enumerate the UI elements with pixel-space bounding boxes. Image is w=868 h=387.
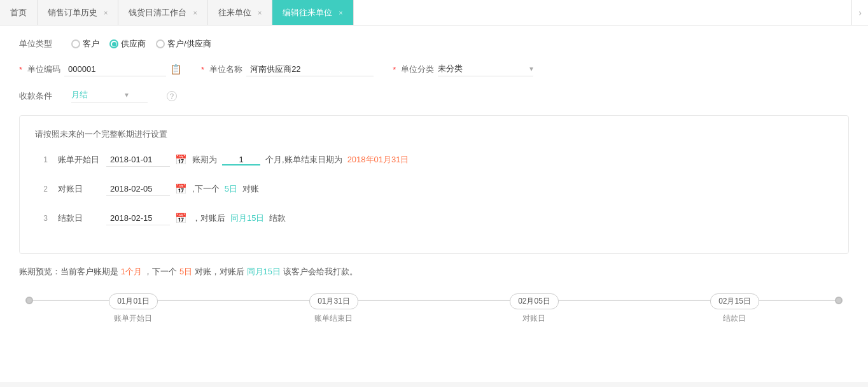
timeline-label-1: 账单开始日 xyxy=(114,313,152,324)
unit-code-icon[interactable]: 📋 xyxy=(170,64,182,75)
period-value-input[interactable] xyxy=(222,155,260,165)
timeline-pill-2: 01月31日 xyxy=(309,293,358,309)
tab-sales-history-close[interactable]: × xyxy=(104,9,108,17)
radio-customer[interactable]: 客户 xyxy=(71,38,99,50)
payment-row: 3 结款日 📅 ，对账后 同月15日 结款 xyxy=(35,211,833,225)
tab-edit-partner-label: 编辑往来单位 xyxy=(283,7,332,18)
unit-code-label: 单位编码 xyxy=(27,64,60,75)
radio-supplier[interactable]: 供应商 xyxy=(109,38,146,50)
timeline-label-2: 账单结束日 xyxy=(314,313,353,324)
unit-name-required: * xyxy=(201,65,204,74)
tab-partner-close[interactable]: × xyxy=(258,9,262,17)
payment-terms-chevron-icon[interactable]: ▾ xyxy=(125,90,129,99)
reconcile-date-input[interactable] xyxy=(106,182,170,196)
main-content: 单位类型 客户 供应商 客户/供应商 * 单位编码 📋 * 单位名称 xyxy=(0,25,868,382)
preview-section: 账期预览：当前客户账期是 1个月 ，下一个 5日 对账，对账后 同月15日 该客… xyxy=(19,264,849,279)
reconcile-row: 2 对账日 📅 ,下一个 5日 对账 xyxy=(35,182,833,196)
unit-type-radio-group: 客户 供应商 客户/供应商 xyxy=(71,38,211,50)
preview-highlight3: 同月15日 xyxy=(247,267,281,276)
payment-terms-value: 月结 xyxy=(71,89,122,101)
preview-highlight1: 1个月 xyxy=(121,267,142,276)
unit-code-input[interactable] xyxy=(64,62,166,76)
unit-category-label: 单位分类 xyxy=(401,64,434,75)
tab-home-label: 首页 xyxy=(10,7,27,18)
setting-box: 请按照未来的一个完整帐期进行设置 1 账单开始日 📅 账期为 个月,账单结束日期… xyxy=(19,115,849,254)
unit-name-input[interactable] xyxy=(246,62,374,76)
timeline-node-3: 02月05日 对账日 xyxy=(510,293,559,324)
payment-prefix: ，对账后 xyxy=(192,213,225,224)
tab-cash-work-close[interactable]: × xyxy=(193,9,197,17)
payment-terms-row: 收款条件 月结 ▾ ? xyxy=(19,89,849,102)
row1-num: 1 xyxy=(35,155,48,164)
period-prefix: 账期为 xyxy=(192,154,217,165)
payment-calendar-icon[interactable]: 📅 xyxy=(175,213,187,224)
unit-category-value: 未分类 xyxy=(438,63,463,74)
radio-customer-circle xyxy=(71,39,80,48)
payment-terms-label: 收款条件 xyxy=(19,90,52,102)
tab-cash-work[interactable]: 钱货日清工作台 × xyxy=(118,0,207,25)
radio-both-label: 客户/供应商 xyxy=(167,38,211,50)
tab-edit-partner-close[interactable]: × xyxy=(339,9,342,17)
timeline-node-end xyxy=(835,297,843,304)
tab-sales-history[interactable]: 销售订单历史 × xyxy=(38,0,118,25)
radio-both[interactable]: 客户/供应商 xyxy=(156,38,211,50)
period-end-date: 2018年01月31日 xyxy=(347,154,409,165)
reconcile-calendar-icon[interactable]: 📅 xyxy=(175,183,187,195)
unit-category-required: * xyxy=(393,65,396,74)
tab-edit-partner[interactable]: 编辑往来单位 × xyxy=(272,0,353,25)
period-unit: 个月,账单结束日期为 xyxy=(265,154,342,165)
timeline-pill-3: 02月05日 xyxy=(510,293,559,309)
tab-home[interactable]: 首页 xyxy=(0,0,38,25)
unit-category-group: * 单位分类 未分类 ▾ xyxy=(393,63,533,76)
timeline-node-4: 02月15日 结款日 xyxy=(710,293,759,324)
account-start-input[interactable] xyxy=(106,153,170,167)
timeline-container: 01月01日 账单开始日 01月31日 账单结束日 02月05日 对账日 xyxy=(25,292,843,324)
tab-partner[interactable]: 往来单位 × xyxy=(208,0,272,25)
timeline-label-4: 结款日 xyxy=(723,313,746,324)
row2-label: 对账日 xyxy=(58,183,96,195)
unit-code-required: * xyxy=(19,65,22,74)
unit-name-label: 单位名称 xyxy=(209,64,242,75)
row3-num: 3 xyxy=(35,214,48,223)
timeline-segment-1: 01月01日 账单开始日 xyxy=(33,292,234,324)
reconcile-prefix: ,下一个 xyxy=(192,183,220,195)
account-start-row: 1 账单开始日 📅 账期为 个月,账单结束日期为 2018年01月31日 xyxy=(35,153,833,167)
preview-suffix: 该客户会给我打款。 xyxy=(283,267,358,276)
reconcile-day: 5日 xyxy=(225,183,237,195)
account-start-calendar-icon[interactable]: 📅 xyxy=(175,154,187,165)
payment-date-input[interactable] xyxy=(106,211,170,225)
row1-content: 📅 账期为 个月,账单结束日期为 2018年01月31日 xyxy=(106,153,833,167)
payment-terms-select[interactable]: 月结 ▾ xyxy=(71,89,148,102)
preview-mid2: 对账，对账后 xyxy=(195,267,244,276)
radio-supplier-label: 供应商 xyxy=(121,38,146,50)
timeline-label-3: 对账日 xyxy=(522,313,545,324)
payment-terms-help-icon[interactable]: ? xyxy=(167,91,177,101)
unit-category-select[interactable]: 未分类 ▾ xyxy=(438,63,533,76)
timeline-dot-end xyxy=(835,297,843,304)
timeline-dot-0 xyxy=(25,297,33,304)
tab-partner-label: 往来单位 xyxy=(218,7,251,18)
tab-bar: 首页 销售订单历史 × 钱货日清工作台 × 往来单位 × 编辑往来单位 × › xyxy=(0,0,868,25)
unit-type-row: 单位类型 客户 供应商 客户/供应商 xyxy=(19,38,849,50)
row2-num: 2 xyxy=(35,185,48,194)
timeline-segment-4: 02月15日 结款日 xyxy=(634,292,835,324)
timeline-pill-4: 02月15日 xyxy=(710,293,759,309)
tab-overflow-button[interactable]: › xyxy=(851,0,868,25)
row1-label: 账单开始日 xyxy=(58,154,96,165)
timeline-node-1: 01月01日 账单开始日 xyxy=(109,293,158,324)
timeline-segment-2: 01月31日 账单结束日 xyxy=(234,292,434,324)
timeline-pill-1: 01月01日 xyxy=(109,293,158,309)
radio-customer-label: 客户 xyxy=(83,38,99,50)
radio-supplier-circle xyxy=(109,39,118,48)
unit-type-label: 单位类型 xyxy=(19,38,52,50)
unit-code-group: * 单位编码 📋 xyxy=(19,62,182,76)
preview-highlight2: 5日 xyxy=(179,267,192,276)
timeline-node-2: 01月31日 账单结束日 xyxy=(309,293,358,324)
timeline-node-0 xyxy=(25,297,33,304)
row3-content: 📅 ，对账后 同月15日 结款 xyxy=(106,211,833,225)
tab-cash-work-label: 钱货日清工作台 xyxy=(129,7,186,18)
unit-category-chevron-icon[interactable]: ▾ xyxy=(529,64,533,73)
row3-label: 结款日 xyxy=(58,213,96,224)
payment-day: 同月15日 xyxy=(230,213,264,224)
setting-title: 请按照未来的一个完整帐期进行设置 xyxy=(35,129,833,140)
